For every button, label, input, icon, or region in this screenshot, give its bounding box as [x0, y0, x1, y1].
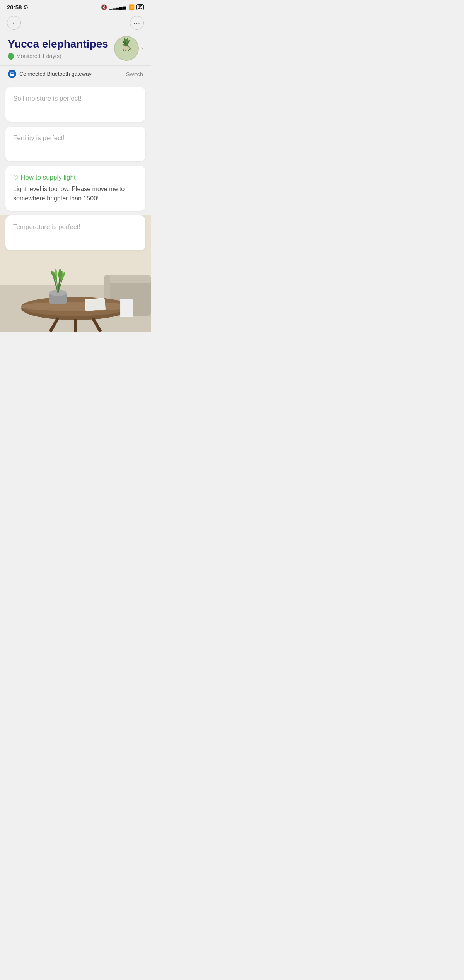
switch-button[interactable]: Switch	[126, 71, 143, 77]
light-card-title: ♡ How to supply light	[13, 174, 138, 181]
status-right: 🔇 ▁▂▃▄▅ 📶 15	[101, 4, 144, 10]
svg-point-14	[21, 302, 130, 311]
svg-point-6	[123, 46, 130, 50]
status-time: 20:58 𝔅	[7, 4, 28, 10]
plant-header: Yucca elephantipes Monitored 1 day(s) ›	[0, 33, 151, 65]
more-button[interactable]: ···	[130, 16, 144, 30]
pin-icon: ♡	[13, 174, 18, 181]
battery-indicator: 15	[136, 4, 144, 10]
status-bar: 20:58 𝔅 🔇 ▁▂▃▄▅ 📶 15	[0, 0, 151, 13]
light-card: ♡ How to supply light Light level is too…	[5, 166, 145, 211]
plant-chevron-icon: ›	[141, 45, 143, 52]
light-description: Light level is too low. Please move me t…	[13, 185, 138, 203]
plant-name: Yucca elephantipes	[8, 38, 114, 51]
back-button[interactable]: ‹	[7, 16, 21, 30]
nav-bar: ‹ ···	[0, 13, 151, 33]
svg-rect-19	[85, 299, 106, 311]
soil-moisture-text: Soil moisture is perfect!	[13, 95, 82, 102]
cards-container: Soil moisture is perfect! Fertility is p…	[0, 82, 151, 215]
more-icon: ···	[133, 19, 140, 27]
bluetooth-icon: ⬓	[8, 70, 16, 78]
wifi-icon: 📶	[128, 4, 135, 10]
bluetooth-row: ⬓ Connected Bluetooth gateway Switch	[0, 65, 151, 82]
svg-rect-36	[121, 299, 133, 316]
plant-avatar-area[interactable]: ›	[114, 36, 143, 61]
mute-icon: 🔇	[101, 4, 107, 10]
fertility-card: Fertility is perfect!	[5, 127, 145, 161]
leaf-icon	[7, 51, 15, 60]
temperature-card: Temperature is perfect!	[5, 215, 145, 250]
bluetooth-label: Connected Bluetooth gateway	[19, 71, 92, 77]
signal-icon: ▁▂▃▄▅	[109, 5, 126, 10]
bluetooth-status-icon: 𝔅	[24, 4, 28, 10]
bluetooth-left: ⬓ Connected Bluetooth gateway	[8, 70, 92, 78]
plant-avatar	[114, 36, 139, 61]
time-display: 20:58	[7, 4, 22, 10]
back-icon: ‹	[13, 19, 15, 26]
soil-moisture-card: Soil moisture is perfect!	[5, 87, 145, 122]
monitored-text: Monitored 1 day(s)	[16, 53, 61, 59]
plant-info: Yucca elephantipes Monitored 1 day(s)	[8, 38, 114, 59]
light-title-text: How to supply light	[20, 174, 76, 181]
temperature-text: Temperature is perfect!	[13, 223, 80, 231]
fertility-text: Fertility is perfect!	[13, 134, 65, 142]
plant-monitored: Monitored 1 day(s)	[8, 53, 114, 59]
svg-rect-10	[108, 275, 151, 283]
bottom-section: Temperature is perfect!	[0, 215, 151, 332]
